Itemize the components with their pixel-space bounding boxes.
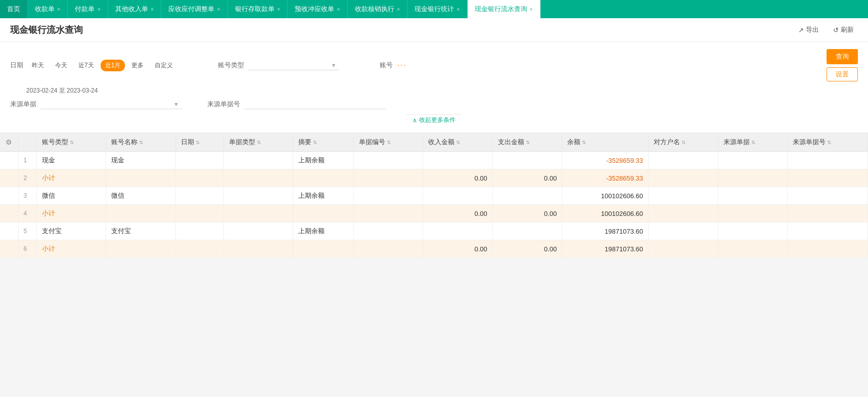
nav-close-icon[interactable]: × — [217, 6, 220, 12]
row-gear-cell — [0, 240, 18, 258]
nav-item-收款单[interactable]: 收款单× — [28, 0, 68, 18]
table-body: 1现金现金上期余额-3528659.332小计0.000.00-3528659.… — [0, 152, 868, 258]
nav-item-现金银行流水查询[interactable]: 现金银行流水查询× — [468, 0, 540, 18]
nav-close-icon[interactable]: × — [97, 6, 100, 12]
account-type-label: 账号类型 — [218, 61, 244, 70]
nav-item-付款单[interactable]: 付款单× — [68, 0, 108, 18]
source-doc-no-input[interactable] — [244, 99, 386, 109]
row-doc-type — [223, 169, 293, 187]
filter-row-2: 来源单据 ▼ 来源单据号 — [10, 99, 858, 109]
export-button[interactable]: ↗ 导出 — [794, 23, 823, 36]
row-balance: 19871073.60 — [562, 240, 649, 258]
col-header-source_doc: 来源单据⇅ — [718, 133, 788, 152]
source-doc-filter-group: 来源单据 ▼ — [10, 99, 182, 109]
row-source-doc — [718, 169, 788, 187]
row-source-doc-no — [788, 169, 868, 187]
row-counterparty — [648, 152, 718, 169]
nav-item-预收冲应收单[interactable]: 预收冲应收单× — [288, 0, 347, 18]
row-doc-no — [353, 205, 423, 223]
table-row: 5支付宝支付宝上期余额19871073.60 — [0, 223, 868, 240]
row-balance: 100102606.60 — [562, 187, 649, 205]
row-doc-type — [223, 223, 293, 240]
row-summary: 上期余额 — [293, 152, 354, 169]
row-gear-cell — [0, 152, 18, 169]
col-header-doc_type: 单据类型⇅ — [223, 133, 293, 152]
row-counterparty — [648, 205, 718, 223]
account-type-select[interactable]: ▼ — [248, 60, 339, 70]
source-doc-no-label: 来源单据号 — [207, 100, 240, 109]
collapse-bar: ∧ 收起更多条件 — [10, 114, 858, 125]
row-income: 0.00 — [423, 205, 493, 223]
row-summary: 上期余额 — [293, 187, 354, 205]
nav-item-首页[interactable]: 首页 — [0, 0, 28, 18]
nav-close-icon[interactable]: × — [277, 6, 280, 12]
row-expense: 0.00 — [492, 205, 562, 223]
table-row: 3微信微信上期余额100102606.60 — [0, 187, 868, 205]
table-container: ⚙账号类型⇅账号名称⇅日期⇅单据类型⇅摘要⇅单据编号⇅收入金额⇅支出金额⇅余额⇅… — [0, 133, 868, 258]
date-btn-今天[interactable]: 今天 — [51, 60, 72, 71]
sort-icon-expense: ⇅ — [526, 140, 530, 145]
nav-item-应收应付调整单[interactable]: 应收应付调整单× — [161, 0, 227, 18]
col-header-index — [18, 133, 36, 152]
refresh-icon: ↺ — [833, 26, 839, 34]
row-account-name — [106, 169, 176, 187]
nav-close-icon[interactable]: × — [151, 6, 154, 12]
date-buttons: 昨天今天近7天近1月更多自定义 — [27, 60, 177, 71]
date-btn-昨天[interactable]: 昨天 — [27, 60, 49, 71]
date-range-display: 2023-02-24 至 2023-03-24 — [24, 86, 858, 95]
nav-close-icon[interactable]: × — [57, 6, 60, 12]
row-account-name — [106, 205, 176, 223]
row-gear-cell — [0, 187, 18, 205]
row-index: 1 — [18, 152, 36, 169]
query-button[interactable]: 查询 — [827, 49, 858, 64]
date-btn-近1月[interactable]: 近1月 — [101, 60, 125, 71]
row-balance: 19871073.60 — [562, 223, 649, 240]
date-btn-自定义[interactable]: 自定义 — [150, 60, 177, 71]
col-header-summary: 摘要⇅ — [293, 133, 354, 152]
nav-close-icon[interactable]: × — [397, 6, 400, 12]
table-header: ⚙账号类型⇅账号名称⇅日期⇅单据类型⇅摘要⇅单据编号⇅收入金额⇅支出金额⇅余额⇅… — [0, 133, 868, 152]
nav-item-银行存取款单[interactable]: 银行存取款单× — [228, 0, 288, 18]
refresh-button[interactable]: ↺ 刷新 — [829, 23, 858, 36]
row-counterparty — [648, 223, 718, 240]
nav-item-现金银行统计[interactable]: 现金银行统计× — [407, 0, 467, 18]
col-header-date: 日期⇅ — [175, 133, 223, 152]
header-row: ⚙账号类型⇅账号名称⇅日期⇅单据类型⇅摘要⇅单据编号⇅收入金额⇅支出金额⇅余额⇅… — [0, 133, 868, 152]
nav-close-icon[interactable]: × — [337, 6, 340, 12]
collapse-button[interactable]: ∧ 收起更多条件 — [406, 114, 462, 125]
row-counterparty — [648, 169, 718, 187]
source-doc-label: 来源单据 — [10, 100, 36, 109]
nav-close-icon[interactable]: × — [456, 6, 460, 12]
nav-item-其他收入单[interactable]: 其他收入单× — [108, 0, 161, 18]
header-actions: ↗ 导出 ↺ 刷新 — [794, 23, 858, 36]
date-filter-group: 日期 昨天今天近7天近1月更多自定义 — [10, 60, 177, 71]
sort-icon-income: ⇅ — [456, 140, 460, 145]
top-nav: 首页收款单×付款单×其他收入单×应收应付调整单×银行存取款单×预收冲应收单×收款… — [0, 0, 868, 18]
row-doc-no — [353, 223, 423, 240]
table-row: 2小计0.000.00-3528659.33 — [0, 169, 868, 187]
account-dots-button[interactable]: ··· — [397, 61, 406, 70]
table-row: 4小计0.000.00100102606.60 — [0, 205, 868, 223]
col-header-account_type: 账号类型⇅ — [36, 133, 106, 152]
row-account-type: 小计 — [36, 169, 106, 187]
action-buttons: 查询 设置 — [827, 49, 858, 81]
gear-icon[interactable]: ⚙ — [6, 138, 12, 146]
row-index: 5 — [18, 223, 36, 240]
nav-item-收款核销执行[interactable]: 收款核销执行× — [348, 0, 407, 18]
sort-icon-source_doc: ⇅ — [751, 140, 755, 145]
date-btn-近7天[interactable]: 近7天 — [74, 60, 99, 71]
row-expense — [492, 152, 562, 169]
nav-close-icon[interactable]: × — [530, 6, 533, 12]
row-index: 2 — [18, 169, 36, 187]
row-income — [423, 223, 493, 240]
settings-button[interactable]: 设置 — [827, 67, 858, 81]
row-account-name — [106, 240, 176, 258]
col-header-doc_no: 单据编号⇅ — [353, 133, 423, 152]
row-income: 0.00 — [423, 169, 493, 187]
col-header-gear[interactable]: ⚙ — [0, 133, 18, 152]
row-source-doc-no — [788, 223, 868, 240]
source-doc-select[interactable]: ▼ — [40, 99, 182, 109]
account-label: 账号 — [380, 61, 393, 70]
row-income: 0.00 — [423, 240, 493, 258]
date-btn-更多[interactable]: 更多 — [127, 60, 148, 71]
